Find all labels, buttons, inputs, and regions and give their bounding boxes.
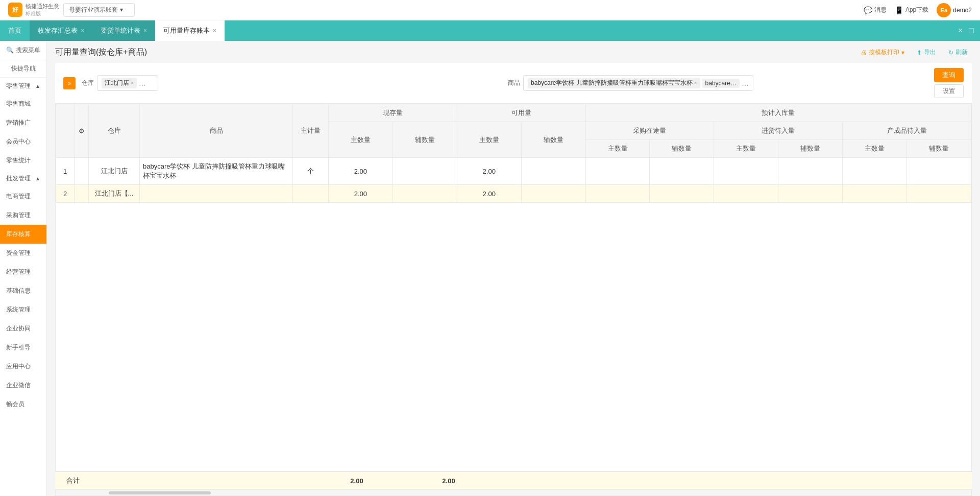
col-available-group-header: 可用量 — [457, 104, 585, 122]
sidebar-item-wechat[interactable]: 企业微信 — [0, 376, 46, 395]
sidebar-item-app-center[interactable]: 应用中心 — [0, 357, 46, 376]
inventory-label: 库存核算 — [6, 230, 31, 239]
col-production-main-header: 主数量 — [843, 140, 907, 158]
close-receive-tab[interactable]: × — [81, 27, 84, 34]
app-download-button[interactable]: 📱 App下载 — [895, 6, 928, 14]
warehouse-more-icon[interactable]: … — [139, 79, 146, 87]
membership-label: 会员中心 — [6, 137, 31, 146]
sidebar-item-marketing[interactable]: 营销推广 — [0, 113, 46, 132]
sidebar-item-retail-mall[interactable]: 零售商城 — [0, 95, 46, 113]
col-production-aux-header: 辅数量 — [907, 140, 971, 158]
content-area: 可用量查询(按仓库+商品) 🖨 按模板打印 ▾ ⬆ 导出 ↻ 刷新 » — [47, 41, 980, 496]
close-order-tab[interactable]: × — [143, 27, 147, 34]
nav-right-buttons: × □ — [956, 24, 980, 37]
col-available-aux-header: 辅数量 — [521, 122, 585, 158]
marketing-label: 营销推广 — [6, 119, 31, 127]
col-purchase-group-header: 采购在途量 — [585, 122, 714, 140]
retail-mgmt-arrow: ▲ — [35, 83, 40, 89]
row-2-available-main: 2.00 — [457, 185, 521, 203]
row-2-gear — [75, 185, 89, 203]
logo-icon: 好 — [8, 3, 22, 17]
sidebar-item-retail-mgmt[interactable]: 零售管理 ▲ — [0, 78, 46, 95]
filter-product-group: 商品 babycare学饮杯 儿童防摔防撞吸管杯重力球吸嘴杯宝宝水杯 × bab… — [508, 75, 928, 91]
search-icon: 🔍 — [6, 46, 14, 54]
download-icon: 📱 — [895, 6, 903, 14]
row-1-unit: 个 — [293, 158, 329, 185]
top-header: 好 畅捷通好生意 标准版 母婴行业演示账套 ▾ 💬 消息 📱 App下载 Ea … — [0, 0, 980, 20]
footer-total-label: 合计 — [63, 476, 334, 485]
warehouse-filter-input[interactable]: 江北门店 × … — [97, 75, 158, 91]
row-1-incoming-aux — [778, 158, 843, 185]
row-1-available-aux — [521, 158, 585, 185]
row-1-stock-aux — [393, 158, 457, 185]
tab-home[interactable]: 首页 — [0, 20, 30, 41]
row-1-gear — [75, 158, 89, 185]
row-2-product — [140, 185, 293, 203]
retail-stats-label: 零售统计 — [6, 156, 31, 165]
sidebar-item-finance[interactable]: 资金管理 — [0, 244, 46, 263]
scroll-thumb[interactable] — [109, 491, 211, 494]
horizontal-scrollbar[interactable] — [55, 490, 972, 496]
refresh-button[interactable]: ↻ 刷新 — [944, 46, 972, 59]
filter-toggle-button[interactable]: » — [63, 77, 76, 89]
sidebar-item-operations[interactable]: 经营管理 — [0, 263, 46, 281]
product-more-icon[interactable]: … — [742, 79, 749, 87]
industry-selector[interactable]: 母婴行业演示账套 ▾ — [63, 3, 135, 17]
tab-receive-label: 收发存汇总表 — [38, 26, 78, 35]
product-1-remove-icon[interactable]: × — [694, 80, 697, 86]
warehouse-remove-icon[interactable]: × — [131, 80, 134, 86]
tab-order-stats[interactable]: 要货单统计表 × — [92, 20, 155, 41]
tab-receive-summary[interactable]: 收发存汇总表 × — [30, 20, 92, 41]
product-filter-input[interactable]: babycare学饮杯 儿童防摔防撞吸管杯重力球吸嘴杯宝宝水杯 × babyca… — [523, 75, 753, 91]
sidebar-item-membership[interactable]: 会员中心 — [0, 132, 46, 151]
sidebar-item-member[interactable]: 畅会员 — [0, 395, 46, 414]
quick-nav-label: 快捷导航 — [11, 65, 36, 72]
header-left: 好 畅捷通好生意 标准版 母婴行业演示账套 ▾ — [8, 3, 135, 17]
newbie-label: 新手引导 — [6, 343, 31, 352]
app-download-label: App下载 — [905, 6, 928, 14]
sidebar-quick-nav[interactable]: 快捷导航 — [0, 60, 46, 78]
gear-icon[interactable]: ⚙ — [79, 127, 85, 135]
maximize-button[interactable]: □ — [967, 24, 976, 37]
close-available-tab[interactable]: × — [213, 27, 216, 34]
sidebar-item-basic-info[interactable]: 基础信息 — [0, 281, 46, 300]
query-button[interactable]: 查询 — [934, 68, 964, 82]
col-rownum — [56, 104, 75, 158]
sidebar-item-enterprise[interactable]: 企业协同 — [0, 319, 46, 338]
row-1-product: babycare学饮杯 儿童防摔防撞吸管杯重力球吸嘴杯宝宝水杯 — [140, 158, 293, 185]
data-table: ⚙ 仓库 商品 主计量 现存量 可用量 预计入库量 主数量 辅数量 主数量 辅数… — [56, 104, 971, 203]
tab-available-stock[interactable]: 可用量库存账本 × — [155, 20, 225, 41]
sidebar-item-system[interactable]: 系统管理 — [0, 300, 46, 319]
footer-total-bar: 合计 2.00 2.00 — [55, 471, 972, 490]
sidebar-item-inventory[interactable]: 库存核算 — [0, 225, 46, 244]
sidebar-item-retail-stats[interactable]: 零售统计 — [0, 151, 46, 170]
sidebar-item-purchase[interactable]: 采购管理 — [0, 206, 46, 225]
col-gear[interactable]: ⚙ — [75, 104, 89, 158]
settings-button[interactable]: 设置 — [934, 84, 964, 98]
sidebar-item-newbie[interactable]: 新手引导 — [0, 338, 46, 357]
row-2-incoming-main — [714, 185, 778, 203]
col-available-main-header: 主数量 — [457, 122, 521, 158]
message-button[interactable]: 💬 消息 — [864, 6, 887, 14]
avatar: Ea — [937, 3, 951, 17]
sidebar-item-wholesale-mgmt[interactable]: 批发管理 ▲ — [0, 170, 46, 187]
filter-bar: » 仓库 江北门店 × … 商品 babycare学饮杯 儿童防摔防撞吸管杯重力… — [55, 63, 972, 104]
sidebar-search[interactable]: 🔍 搜索菜单 — [0, 41, 46, 60]
product-filter-label: 商品 — [508, 79, 520, 87]
sidebar-item-ecommerce[interactable]: 电商管理 — [0, 187, 46, 206]
header-right: 💬 消息 📱 App下载 Ea demo2 — [864, 3, 972, 17]
wholesale-mgmt-label: 批发管理 — [6, 174, 31, 183]
user-area[interactable]: Ea demo2 — [937, 3, 972, 17]
row-1-purchase-main — [585, 158, 650, 185]
ecommerce-label: 电商管理 — [6, 192, 31, 201]
col-production-group-header: 产成品待入量 — [843, 122, 971, 140]
refresh-icon: ↻ — [948, 49, 953, 56]
col-warehouse-header: 仓库 — [89, 104, 140, 158]
tab-order-label: 要货单统计表 — [101, 26, 140, 35]
close-all-button[interactable]: × — [956, 24, 965, 37]
row-1-warehouse: 江北门店 — [89, 158, 140, 185]
warehouse-tag: 江北门店 × — [102, 78, 137, 88]
page-header: 可用量查询(按仓库+商品) 🖨 按模板打印 ▾ ⬆ 导出 ↻ 刷新 — [47, 41, 980, 63]
print-button[interactable]: 🖨 按模板打印 ▾ — [856, 46, 909, 59]
export-button[interactable]: ⬆ 导出 — [913, 46, 940, 59]
